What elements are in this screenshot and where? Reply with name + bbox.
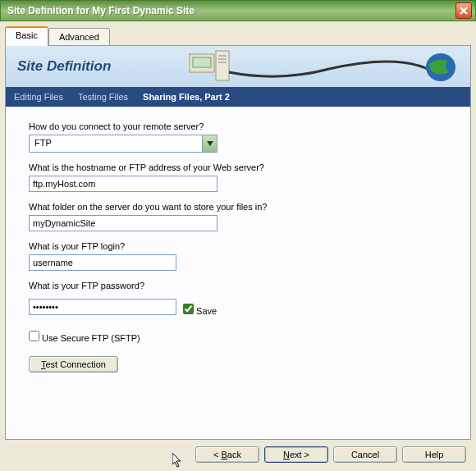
- sftp-label: Use Secure FTP (SFTP): [42, 333, 140, 343]
- cancel-button[interactable]: Cancel: [333, 446, 397, 463]
- login-input[interactable]: [29, 254, 176, 271]
- window-title: Site Definition for My First Dynamic Sit…: [4, 5, 455, 16]
- connection-select[interactable]: FTP: [29, 135, 217, 153]
- help-button[interactable]: Help: [402, 446, 466, 463]
- label-password: What is your FTP password?: [29, 281, 447, 290]
- tab-advanced[interactable]: Advanced: [48, 28, 110, 45]
- next-button[interactable]: Next >: [264, 446, 328, 463]
- save-label: Save: [196, 306, 217, 316]
- label-connection: How do you connect to your remote server…: [29, 121, 447, 131]
- svg-rect-1: [193, 57, 211, 67]
- header-band: Site Definition: [6, 46, 470, 87]
- step-testing-files[interactable]: Testing Files: [78, 92, 128, 102]
- label-login: What is your FTP login?: [29, 241, 447, 251]
- password-input[interactable]: [29, 299, 176, 315]
- close-button[interactable]: [455, 2, 472, 19]
- svg-rect-2: [216, 51, 229, 80]
- dropdown-button[interactable]: [202, 135, 217, 152]
- label-host: What is the hostname or FTP address of y…: [29, 162, 447, 172]
- tabstrip: Basic Advanced: [5, 26, 471, 45]
- wizard-steps: Editing Files Testing Files Sharing File…: [6, 87, 470, 107]
- save-checkbox-wrap[interactable]: Save: [183, 304, 217, 316]
- footer-buttons: < Back Next > Cancel Help: [5, 440, 471, 466]
- page-title: Site Definition: [17, 58, 111, 75]
- window-body: Basic Advanced Site Definition Editing F…: [0, 21, 476, 471]
- connection-value: FTP: [30, 135, 202, 152]
- form-area: How do you connect to your remote server…: [6, 107, 470, 439]
- server-globe-art: [181, 49, 460, 85]
- cursor-icon: [172, 453, 184, 469]
- chevron-down-icon: [207, 141, 213, 146]
- sftp-checkbox-wrap[interactable]: Use Secure FTP (SFTP): [29, 331, 447, 343]
- tab-basic[interactable]: Basic: [5, 26, 48, 46]
- folder-input[interactable]: [29, 215, 217, 231]
- titlebar: Site Definition for My First Dynamic Sit…: [0, 0, 476, 21]
- tab-panel: Site Definition Editing Files Testing Fi…: [5, 45, 471, 440]
- close-icon: [460, 7, 468, 15]
- sftp-checkbox[interactable]: [29, 331, 39, 341]
- back-button[interactable]: < Back: [195, 446, 259, 463]
- host-input[interactable]: [29, 176, 217, 192]
- step-editing-files[interactable]: Editing Files: [14, 92, 63, 102]
- test-connection-button[interactable]: Test Connection: [29, 356, 118, 373]
- save-checkbox[interactable]: [183, 304, 194, 314]
- label-folder: What folder on the server do you want to…: [29, 202, 447, 212]
- step-sharing-files[interactable]: Sharing Files, Part 2: [143, 92, 230, 102]
